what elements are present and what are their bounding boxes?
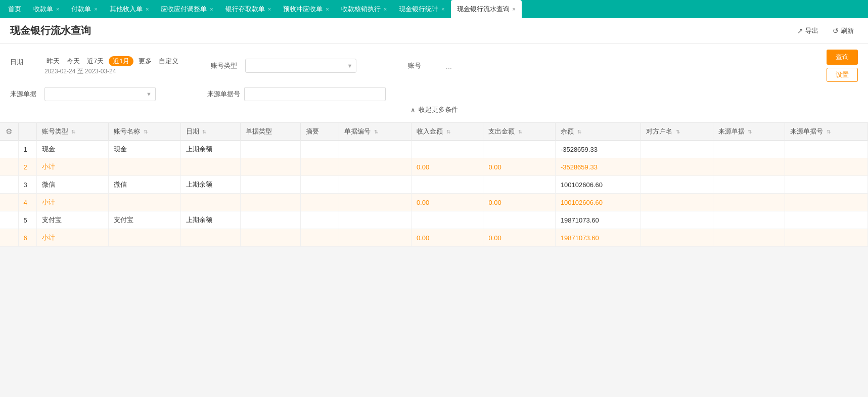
nav-cash-bank-flow[interactable]: 现金银行流水查询 × — [451, 0, 522, 18]
income-cell: 0.00 — [411, 158, 483, 176]
account-ellipsis-button[interactable]: ... — [442, 61, 455, 71]
date-option-custom[interactable]: 自定义 — [157, 56, 180, 66]
account-type-cell: 小计 — [36, 194, 109, 211]
date-option-7days[interactable]: 近7天 — [85, 56, 106, 66]
table-container: ⚙ 账号类型 ⇅ 账号名称 ⇅ 日期 ⇅ 单据类型 — [0, 123, 868, 247]
balance-cell: 100102606.60 — [555, 194, 641, 211]
nav-pre-offset-label: 预收冲应收单 — [283, 5, 323, 14]
source-voucher-select[interactable] — [44, 87, 156, 101]
row-num-cell: 5 — [18, 211, 36, 229]
voucher-no-cell — [339, 211, 412, 229]
page-header: 现金银行流水查询 ↗ 导出 ↺ 刷新 — [0, 18, 868, 43]
voucher-no-cell — [339, 141, 412, 158]
col-counterpart[interactable]: 对方户名 ⇅ — [641, 123, 713, 141]
nav-ar-ap-adjust[interactable]: 应收应付调整单 × — [155, 0, 219, 18]
summary-cell — [300, 194, 339, 211]
nav-receipt[interactable]: 收款单 × — [27, 0, 65, 18]
table-header: ⚙ 账号类型 ⇅ 账号名称 ⇅ 日期 ⇅ 单据类型 — [0, 123, 868, 141]
voucher-type-cell — [241, 176, 301, 194]
settings-button[interactable]: 设置 — [827, 68, 858, 82]
col-account-type[interactable]: 账号类型 ⇅ — [36, 123, 109, 141]
nav-other-income-close[interactable]: × — [146, 6, 149, 12]
nav-payment-close[interactable]: × — [94, 6, 97, 12]
col-source-voucher-no[interactable]: 来源单据号 ⇅ — [785, 123, 868, 141]
summary-cell — [300, 229, 339, 247]
source-voucher-cell — [713, 194, 785, 211]
date-option-yesterday[interactable]: 昨天 — [44, 56, 62, 66]
source-voucher-no-cell — [785, 229, 868, 247]
nav-cash-bank-stat-close[interactable]: × — [441, 6, 444, 12]
account-type-select-wrapper: ▼ — [245, 59, 356, 73]
nav-bank-deposit[interactable]: 银行存取款单 × — [219, 0, 277, 18]
nav-cash-bank-flow-close[interactable]: × — [513, 6, 516, 12]
date-cell — [180, 229, 241, 247]
page-title: 现金银行流水查询 — [10, 24, 91, 37]
expense-cell — [483, 176, 556, 194]
nav-ar-ap-adjust-close[interactable]: × — [210, 6, 213, 12]
expense-cell — [483, 141, 556, 158]
col-income[interactable]: 收入金额 ⇅ — [411, 123, 483, 141]
nav-bank-deposit-close[interactable]: × — [268, 6, 271, 12]
date-option-today[interactable]: 今天 — [65, 56, 82, 66]
col-date[interactable]: 日期 ⇅ — [180, 123, 241, 141]
source-voucher-no-cell — [785, 176, 868, 194]
col-summary: 摘要 — [300, 123, 339, 141]
export-label: 导出 — [805, 26, 818, 35]
col-balance-label: 余额 — [561, 127, 574, 135]
row-settings-cell — [0, 176, 18, 194]
nav-collection-exec[interactable]: 收款核销执行 × — [335, 0, 393, 18]
row-settings-cell — [0, 158, 18, 176]
col-source-voucher[interactable]: 来源单据 ⇅ — [713, 123, 785, 141]
col-expense[interactable]: 支出金额 ⇅ — [483, 123, 556, 141]
nav-payment-label: 付款单 — [71, 5, 91, 14]
counterpart-cell — [641, 211, 713, 229]
col-settings-icon[interactable]: ⚙ — [6, 127, 12, 136]
counterpart-cell — [641, 158, 713, 176]
date-option-more[interactable]: 更多 — [136, 56, 154, 66]
query-button[interactable]: 查询 — [827, 50, 858, 65]
source-voucher-filter: 来源单据 ▼ — [10, 87, 187, 101]
nav-pre-offset[interactable]: 预收冲应收单 × — [277, 0, 335, 18]
col-balance[interactable]: 余额 ⇅ — [555, 123, 641, 141]
nav-home[interactable]: 首页 — [2, 0, 27, 18]
voucher-type-cell — [241, 229, 301, 247]
collapse-bar[interactable]: ∧ 收起更多条件 — [10, 103, 858, 116]
row-num-cell: 1 — [18, 141, 36, 158]
counterpart-cell — [641, 194, 713, 211]
date-range-text: 2023-02-24 至 2023-03-24 — [44, 67, 180, 76]
col-account-name[interactable]: 账号名称 ⇅ — [109, 123, 181, 141]
nav-pre-offset-close[interactable]: × — [326, 6, 329, 12]
source-voucher-cell — [713, 158, 785, 176]
col-counterpart-sort-icon: ⇅ — [676, 129, 680, 135]
nav-ar-ap-adjust-label: 应收应付调整单 — [161, 5, 207, 14]
date-cell — [180, 158, 241, 176]
voucher-no-cell — [339, 229, 412, 247]
nav-cash-bank-stat[interactable]: 现金银行统计 × — [393, 0, 450, 18]
col-voucher-no[interactable]: 单据编号 ⇅ — [339, 123, 412, 141]
balance-cell: -3528659.33 — [555, 141, 641, 158]
nav-payment[interactable]: 付款单 × — [65, 0, 103, 18]
source-voucher-no-input[interactable] — [244, 87, 386, 101]
account-label: 账号 — [408, 61, 438, 70]
nav-bank-deposit-label: 银行存取款单 — [225, 5, 265, 14]
source-voucher-no-label: 来源单据号 — [207, 90, 240, 99]
nav-collection-exec-close[interactable]: × — [384, 6, 387, 12]
refresh-button[interactable]: ↺ 刷新 — [829, 24, 858, 37]
filter-area: 日期 昨天 今天 近7天 近1月 更多 自定义 2023-02-24 至 202… — [0, 43, 868, 123]
account-type-cell: 小计 — [36, 158, 109, 176]
source-voucher-no-cell — [785, 194, 868, 211]
counterpart-cell — [641, 229, 713, 247]
account-type-select[interactable] — [245, 59, 356, 73]
export-button[interactable]: ↗ 导出 — [793, 24, 823, 37]
nav-other-income[interactable]: 其他收入单 × — [104, 0, 155, 18]
expense-cell: 0.00 — [483, 194, 556, 211]
nav-home-label: 首页 — [8, 5, 21, 14]
filter-row-2: 来源单据 ▼ 来源单据号 — [10, 87, 858, 101]
date-option-1month[interactable]: 近1月 — [109, 56, 133, 66]
voucher-no-cell — [339, 176, 412, 194]
balance-cell: -3528659.33 — [555, 158, 641, 176]
nav-receipt-close[interactable]: × — [56, 6, 59, 12]
table-row: 3微信微信上期余额100102606.60 — [0, 176, 868, 194]
account-type-cell: 微信 — [36, 176, 109, 194]
summary-cell — [300, 141, 339, 158]
